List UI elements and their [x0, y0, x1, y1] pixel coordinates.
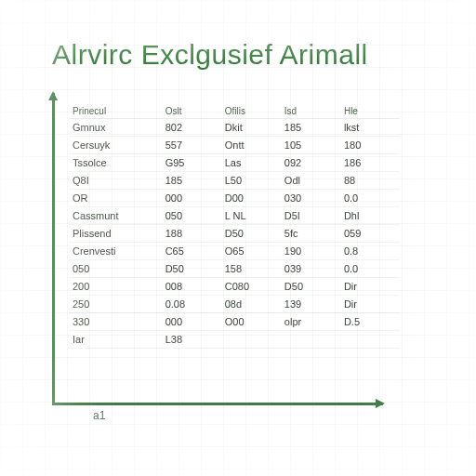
col-3: Isd: [281, 104, 340, 119]
table-cell: 008: [162, 278, 221, 296]
table-cell: 105: [281, 137, 340, 154]
table-cell: L NL: [221, 207, 281, 225]
col-0: Prinecul: [69, 104, 162, 119]
table-cell: D.5: [340, 313, 400, 331]
table-cell: L38: [162, 331, 221, 349]
table-row: 2500.0808d139Dir: [69, 296, 400, 313]
table-cell: 08d: [221, 296, 281, 313]
table-cell: Cersuyk: [69, 137, 162, 154]
table-cell: [340, 331, 400, 349]
table-cell: 092: [281, 154, 340, 172]
table-cell: 059: [340, 225, 400, 243]
table-cell: [281, 331, 340, 349]
table-cell: O65: [221, 243, 281, 260]
table-cell: 88: [340, 172, 400, 190]
data-table-wrap: Prinecul Oslt Ofilis Isd Hle Gmnux802Dki…: [69, 104, 400, 349]
table-row: TssolceG95Las092186: [69, 154, 400, 172]
col-1: Oslt: [162, 104, 221, 119]
table-row: IarL38: [69, 331, 400, 349]
table-cell: lkst: [340, 119, 400, 137]
table-cell: OR: [69, 190, 162, 207]
table-cell: Ontt: [221, 137, 281, 154]
table-cell: 039: [281, 260, 340, 278]
table-cell: C080: [221, 278, 281, 296]
table-cell: 250: [69, 296, 162, 313]
table-cell: 180: [340, 137, 400, 154]
table-cell: Gmnux: [69, 119, 162, 137]
table-row: 200008C080D50Dir: [69, 278, 400, 296]
table-cell: 186: [340, 154, 400, 172]
table-cell: C65: [162, 243, 221, 260]
table-cell: 030: [281, 190, 340, 207]
table-row: Cersuyk557Ontt105180: [69, 137, 400, 154]
x-axis: [52, 403, 383, 405]
table-cell: 000: [162, 190, 221, 207]
table-cell: 158: [221, 260, 281, 278]
table-cell: G95: [162, 154, 221, 172]
table-cell: Dir: [340, 278, 400, 296]
y-axis: [52, 93, 55, 405]
table-row: OR000D000300.0: [69, 190, 400, 207]
table-header-row: Prinecul Oslt Ofilis Isd Hle: [69, 104, 400, 119]
table-cell: 802: [162, 119, 221, 137]
table-cell: 188: [162, 225, 221, 243]
table-cell: 190: [281, 243, 340, 260]
table-cell: [221, 331, 281, 349]
table-cell: Plissend: [69, 225, 162, 243]
table-cell: Odl: [281, 172, 340, 190]
table-row: Q8I185L50Odl88: [69, 172, 400, 190]
table-cell: Dkit: [221, 119, 281, 137]
table-cell: Tssolce: [69, 154, 162, 172]
table-cell: D00: [221, 190, 281, 207]
table-cell: 185: [162, 172, 221, 190]
table-body: Gmnux802Dkit185lkstCersuyk557Ontt105180T…: [69, 119, 400, 349]
table-row: 330000O00olprD.5: [69, 313, 400, 331]
col-2: Ofilis: [221, 104, 281, 119]
table-cell: Iar: [69, 331, 162, 349]
table-cell: O00: [221, 313, 281, 331]
origin-label: a1: [93, 409, 105, 422]
table-cell: 050: [69, 260, 162, 278]
table-cell: 0.0: [340, 260, 400, 278]
table-cell: Dhl: [340, 207, 400, 225]
table-cell: 0.0: [340, 190, 400, 207]
table-cell: 5fc: [281, 225, 340, 243]
data-table: Prinecul Oslt Ofilis Isd Hle Gmnux802Dki…: [69, 104, 400, 349]
table-cell: 200: [69, 278, 162, 296]
table-cell: 557: [162, 137, 221, 154]
table-cell: 0.8: [340, 243, 400, 260]
table-cell: 330: [69, 313, 162, 331]
table-cell: D50: [281, 278, 340, 296]
table-cell: 000: [162, 313, 221, 331]
table-cell: Q8I: [69, 172, 162, 190]
table-row: 050D501580390.0: [69, 260, 400, 278]
table-cell: Crenvesti: [69, 243, 162, 260]
table-header: Prinecul Oslt Ofilis Isd Hle: [69, 104, 400, 119]
table-row: CrenvestiC65O651900.8: [69, 243, 400, 260]
col-4: Hle: [340, 104, 400, 119]
table-cell: D50: [221, 225, 281, 243]
page-title: Alrvirc Exclgusief Arimall: [52, 39, 368, 71]
table-cell: 050: [162, 207, 221, 225]
table-cell: 139: [281, 296, 340, 313]
table-cell: Cassmunt: [69, 207, 162, 225]
table-cell: 0.08: [162, 296, 221, 313]
page: Alrvirc Exclgusief Arimall a1 Prinecul O…: [0, 0, 476, 476]
table-row: Cassmunt050L NLD5lDhl: [69, 207, 400, 225]
table-cell: olpr: [281, 313, 340, 331]
table-cell: D50: [162, 260, 221, 278]
table-cell: Dir: [340, 296, 400, 313]
table-cell: Las: [221, 154, 281, 172]
table-cell: L50: [221, 172, 281, 190]
table-cell: D5l: [281, 207, 340, 225]
table-row: Gmnux802Dkit185lkst: [69, 119, 400, 137]
table-cell: 185: [281, 119, 340, 137]
table-row: Plissend188D505fc059: [69, 225, 400, 243]
